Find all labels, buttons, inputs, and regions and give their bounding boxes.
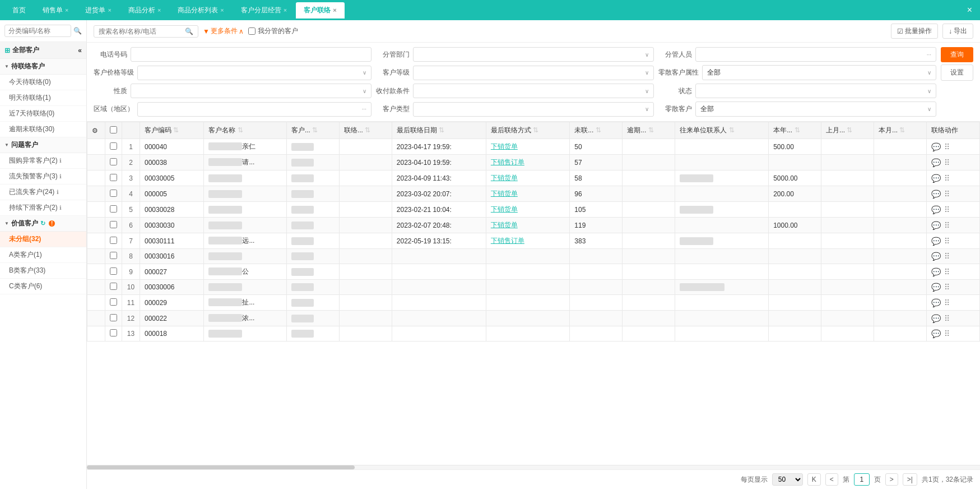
prev-page-button[interactable]: <	[825, 473, 838, 486]
export-button[interactable]: ↓ 导出	[942, 24, 973, 39]
sidebar-item-class-c[interactable]: C类客户(6)	[0, 279, 86, 294]
sidebar-item-7days-pending[interactable]: 近7天待联络(0)	[0, 106, 86, 122]
filter-sparse-cust-select[interactable]: 全部∨	[695, 102, 936, 117]
tab-product-analysis-list[interactable]: 商品分析列表 ×	[170, 2, 231, 19]
sidebar-item-abnormal-purchase[interactable]: 囤购异常客户(2) ℹ	[0, 153, 86, 169]
next-page-button[interactable]: >	[885, 473, 898, 486]
row-checkbox[interactable]	[110, 174, 117, 181]
close-icon[interactable]: ×	[220, 7, 224, 13]
contact-way-link[interactable]: 下销货单	[491, 142, 518, 150]
chat-icon[interactable]: 💬	[931, 314, 941, 323]
chat-icon[interactable]: 💬	[931, 158, 941, 167]
filter-region-input[interactable]: ···	[137, 102, 371, 117]
more-icon[interactable]: ⠿	[944, 221, 950, 230]
col-no-contact[interactable]: 未联... ⇅	[570, 122, 623, 139]
last-page-button[interactable]: >|	[903, 473, 917, 486]
select-all-checkbox[interactable]	[110, 126, 117, 133]
more-icon[interactable]: ⠿	[944, 205, 950, 214]
scrollbar-thumb[interactable]	[87, 465, 355, 469]
filter-type-select[interactable]: ∨	[413, 102, 654, 117]
sidebar-item-today-pending[interactable]: 今天待联络(0)	[0, 75, 86, 90]
chat-icon[interactable]: 💬	[931, 283, 941, 292]
chat-icon[interactable]: 💬	[931, 237, 941, 246]
per-page-select[interactable]: 50 100 200	[772, 473, 803, 486]
sidebar-group-pending-contact[interactable]: ▼ 待联络客户	[0, 59, 86, 75]
row-checkbox[interactable]	[110, 142, 117, 150]
more-icon[interactable]: ⠿	[944, 190, 950, 199]
sidebar-item-churn-warning[interactable]: 流失预警客户(3) ℹ	[0, 169, 86, 184]
search-icon[interactable]: 🔍	[73, 27, 82, 35]
sidebar-item-churned[interactable]: 已流失客户(24) ℹ	[0, 184, 86, 200]
col-customer-code[interactable]: 客户编码 ⇅	[140, 122, 204, 139]
main-search-input[interactable]	[99, 27, 183, 35]
row-checkbox[interactable]	[110, 267, 117, 275]
contact-way-link[interactable]: 下销货单	[491, 221, 518, 229]
close-icon[interactable]: ×	[108, 7, 111, 13]
sidebar-item-class-a[interactable]: A类客户(1)	[0, 247, 86, 263]
col-customer-name[interactable]: 客户名称 ⇅	[204, 122, 286, 139]
sidebar-item-class-b[interactable]: B类客户(33)	[0, 263, 86, 279]
chat-icon[interactable]: 💬	[931, 142, 941, 151]
search-button[interactable]: 查询	[941, 47, 973, 62]
row-checkbox[interactable]	[110, 314, 117, 321]
row-checkbox[interactable]	[110, 298, 117, 306]
tab-sales[interactable]: 销售单 ×	[35, 2, 76, 19]
col-contact[interactable]: 联络... ⇅	[339, 122, 392, 139]
sidebar-group-value-customers[interactable]: ▼ 价值客户 ↻ !	[0, 216, 86, 232]
more-icon[interactable]: ⠿	[944, 267, 950, 276]
more-icon[interactable]: ⠿	[944, 142, 950, 151]
row-checkbox[interactable]	[110, 283, 117, 290]
contact-way-link[interactable]: 下销货单	[491, 205, 518, 213]
col-overdue[interactable]: 逾期... ⇅	[623, 122, 675, 139]
tab-product-analysis[interactable]: 商品分析 ×	[120, 2, 169, 19]
window-close-button[interactable]: ×	[964, 5, 976, 15]
more-icon[interactable]: ⠿	[944, 158, 950, 167]
chat-icon[interactable]: 💬	[931, 221, 941, 230]
category-search-input[interactable]	[4, 25, 71, 37]
sidebar-item-tomorrow-pending[interactable]: 明天待联络(1)	[0, 90, 86, 106]
my-customers-checkbox[interactable]	[248, 27, 256, 35]
more-icon[interactable]: ⠿	[944, 314, 950, 323]
filter-phone-input[interactable]	[131, 47, 371, 62]
more-icon[interactable]: ⠿	[944, 283, 950, 292]
first-page-button[interactable]: K	[807, 473, 821, 486]
more-icon[interactable]: ⠿	[944, 298, 950, 307]
col-settings[interactable]: ⚙	[87, 122, 105, 139]
chat-icon[interactable]: 💬	[931, 174, 941, 183]
tab-customer-segment[interactable]: 客户分层经营 ×	[233, 2, 295, 19]
batch-operation-button[interactable]: ☑ 批量操作	[891, 24, 938, 39]
col-this-year[interactable]: 本年... ⇅	[769, 122, 821, 139]
contact-way-link[interactable]: 下销货单	[491, 174, 518, 182]
more-icon[interactable]: ⠿	[944, 329, 950, 338]
all-customers-header[interactable]: ⊞ 全部客户 «	[0, 42, 86, 59]
close-icon[interactable]: ×	[157, 7, 161, 13]
filter-dept-select[interactable]: ∨	[413, 47, 654, 62]
row-checkbox[interactable]	[110, 190, 117, 197]
collapse-icon[interactable]: «	[78, 47, 82, 54]
tab-customer-contact[interactable]: 客户联络 ×	[296, 2, 344, 19]
filter-payment-select[interactable]: ∨	[413, 84, 654, 98]
tab-purchase[interactable]: 进货单 ×	[77, 2, 119, 19]
col-last-contact-way[interactable]: 最后联络方式 ⇅	[486, 122, 569, 139]
horizontal-scrollbar[interactable]	[87, 465, 980, 469]
refresh-icon[interactable]: ↻	[40, 220, 45, 227]
row-checkbox[interactable]	[110, 205, 117, 213]
col-customer-type[interactable]: 客户... ⇅	[286, 122, 339, 139]
close-icon[interactable]: ×	[333, 7, 336, 13]
chat-icon[interactable]: 💬	[931, 252, 941, 261]
more-conditions-button[interactable]: ▼ 更多条件 ∧	[203, 26, 244, 36]
more-icon[interactable]: ⠿	[944, 237, 950, 246]
filter-level-select[interactable]: ∨	[413, 66, 654, 80]
chat-icon[interactable]: 💬	[931, 190, 941, 199]
filter-nature-select[interactable]: ∨	[131, 84, 371, 98]
row-checkbox[interactable]	[110, 252, 117, 259]
search-icon[interactable]: 🔍	[185, 27, 193, 35]
col-last-month[interactable]: 上月... ⇅	[821, 122, 874, 139]
filter-manager-input[interactable]: ···	[695, 47, 936, 62]
filter-sparse-select[interactable]: 全部∨	[702, 65, 936, 80]
row-checkbox[interactable]	[110, 221, 117, 228]
current-page-display[interactable]: 1	[854, 473, 870, 486]
more-icon[interactable]: ⠿	[944, 174, 950, 183]
chat-icon[interactable]: 💬	[931, 329, 941, 338]
row-checkbox[interactable]	[110, 329, 117, 336]
